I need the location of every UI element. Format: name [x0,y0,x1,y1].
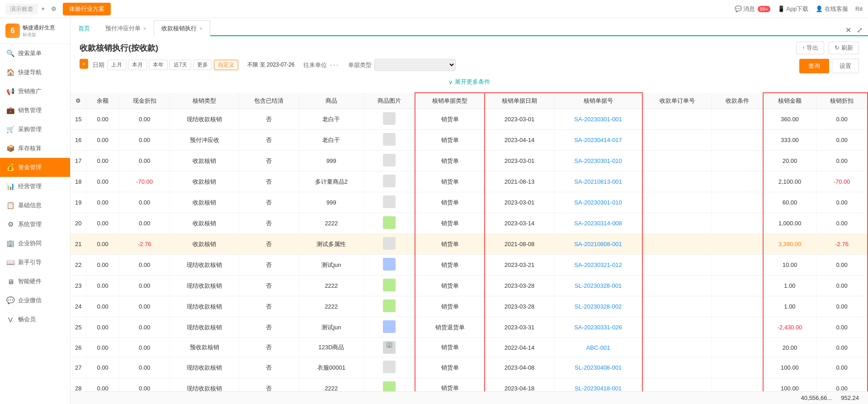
message-badge: 99+ [758,6,771,12]
sidebar-item-hardware[interactable]: 🖥 智能硬件 [0,272,70,291]
sidebar-item-vip[interactable]: V 畅会员 [0,310,70,329]
filter-section: » 日期 上月 本月 本年 近7天 更多 自定义 不限 至 2023-07 [71,54,868,92]
th-receipt-cond: 收款条件 [712,93,763,109]
purchase-icon: 🛒 [6,125,14,133]
company-name[interactable]: 演示账套 [5,4,38,14]
td-goods: 999 [299,151,364,171]
tab-prepay[interactable]: 预付冲应付单 × [98,20,154,36]
sidebar-item-basicinfo[interactable]: 📋 基础信息 [0,196,70,215]
td-doc-date: 2023-03-28 [485,296,554,317]
sidebar-item-guide[interactable]: 📖 新手引导 [0,253,70,272]
sidebar-item-wechat[interactable]: 💬 企业微信 [0,291,70,310]
td-goods-img [364,151,415,171]
sidebar-label-finance: 资金管理 [18,163,42,171]
td-include-settled: 否 [239,192,299,213]
td-goods: 2222 [299,276,364,296]
th-doc-no: 核销单据号 [554,93,642,109]
td-balance: 0.00 [86,276,119,296]
expand-more-btn[interactable]: ∨ 展开更多条件 [447,76,492,88]
td-goods-img [364,192,415,213]
app-download[interactable]: 📱 App下载 [778,5,808,13]
table-footer: 40,556,66... 952.24 [71,391,868,404]
sidebar-item-inventory[interactable]: 📦 库存核算 [0,139,70,158]
td-receipt-order-no [642,276,712,296]
td-goods-img [364,171,415,192]
td-id: 27 [71,357,86,378]
brand-name: 畅捷通好生意 [23,24,55,32]
tab-maximize-btn[interactable]: ⤢ [855,25,864,35]
tab-close-all-btn[interactable]: ✕ [844,25,853,35]
td-include-settled: 否 [239,109,299,130]
sidebar-item-quicknav[interactable]: 🏠 快捷导航 [0,63,70,82]
setting-btn[interactable]: 设置 [832,59,859,73]
td-doc-no: SL-20230418-001 [554,378,642,392]
th-verify-amount: 核销金额 [763,93,816,109]
tab-receipt-close[interactable]: × [199,26,202,31]
user-name[interactable]: Rit [855,5,863,12]
inventory-icon: 📦 [6,144,14,152]
sidebar-item-operations[interactable]: 📊 经营管理 [0,177,70,196]
refresh-icon: ↻ [835,44,840,51]
td-doc-date: 2023-04-14 [485,130,554,151]
td-verify-discount: 0.00 [816,213,868,234]
settings-gear-icon[interactable]: ⚙ [48,4,59,14]
message-area[interactable]: 💬 消息 99+ [735,5,771,13]
sidebar-item-sales[interactable]: 💼 销售管理 [0,101,70,120]
table-header-row: ⚙ 余额 现金折扣 核销类型 包含已结清 商品 商品图片 核销单据类型 核销单据… [71,93,868,109]
td-id: 24 [71,296,86,317]
td-doc-date: 2023-04-18 [485,378,554,392]
date-btn-this-month[interactable]: 本月 [128,60,147,70]
td-goods: 测试jun [299,255,364,276]
date-btn-this-year[interactable]: 本年 [149,60,168,70]
tab-bar-actions: ✕ ⤢ [844,25,868,35]
message-label: 消息 [743,5,755,12]
td-receipt-order-no [642,357,712,378]
date-btn-7days[interactable]: 近7天 [170,60,192,70]
online-service[interactable]: 👤 在线客服 [816,5,848,13]
sidebar-item-purchase[interactable]: 🛒 采购管理 [0,120,70,139]
td-doc-type: 销货单 [415,255,485,276]
sidebar-item-marketing[interactable]: 📢 营销推广 [0,82,70,101]
tab-bar: 首页 预付冲应付单 × 收款核销执行 × ✕ ⤢ [71,18,868,36]
tab-home[interactable]: 首页 [71,20,98,36]
date-btn-more[interactable]: 更多 [193,60,212,70]
td-goods-img [364,378,415,392]
export-btn[interactable]: ↑ 导出 [796,42,824,54]
date-btn-custom[interactable]: 自定义 [214,60,238,70]
th-settings[interactable]: ⚙ [71,93,86,109]
td-receipt-cond [712,130,763,151]
table-container[interactable]: ⚙ 余额 现金折扣 核销类型 包含已结清 商品 商品图片 核销单据类型 核销单据… [71,92,868,391]
td-goods-img [364,255,415,276]
td-verify-amount: 333.00 [763,130,816,151]
main-table: ⚙ 余额 现金折扣 核销类型 包含已结清 商品 商品图片 核销单据类型 核销单据… [71,92,868,391]
dropdown-icon[interactable]: ▾ [42,5,45,12]
sidebar-label-wechat: 企业微信 [18,296,42,304]
tab-receipt[interactable]: 收款核销执行 × [154,20,210,36]
quicknav-icon: 🏠 [6,68,14,76]
td-cash-discount: 0.00 [119,378,170,392]
td-receipt-cond [712,338,763,357]
td-verify-discount: 0.00 [816,296,868,317]
query-btn[interactable]: 查询 [799,59,829,73]
tab-prepay-close[interactable]: × [143,26,146,31]
refresh-btn[interactable]: ↻ 刷新 [829,42,859,54]
voucher-type-select[interactable] [374,59,456,71]
industry-btn[interactable]: 体验行业方案 [63,3,111,15]
td-goods-img [364,130,415,151]
td-cash-discount: 0.00 [119,255,170,276]
td-goods-img [364,276,415,296]
td-receipt-cond [712,255,763,276]
sidebar-item-search[interactable]: 🔍 搜索菜单 [0,44,70,63]
td-balance: 0.00 [86,317,119,338]
sidebar-item-enterprise[interactable]: 🏢 企业协同 [0,234,70,253]
sidebar-item-sysadmin[interactable]: ⚙ 系统管理 [0,215,70,234]
td-include-settled: 否 [239,296,299,317]
td-verify-type: 现结收款核销 [170,378,239,392]
sidebar-item-finance[interactable]: 💰 资金管理 [0,158,70,177]
td-goods-img [364,296,415,317]
main-content: 首页 预付冲应付单 × 收款核销执行 × ✕ ⤢ 收款核销执行(按收款) ↑ [71,18,868,404]
td-receipt-cond [712,357,763,378]
filter-expand-arrow[interactable]: » [80,59,88,69]
date-btn-last-month[interactable]: 上月 [107,60,126,70]
table-row: 20 0.00 0.00 收款核销 否 2222 销货单 2023-03-14 … [71,213,868,234]
